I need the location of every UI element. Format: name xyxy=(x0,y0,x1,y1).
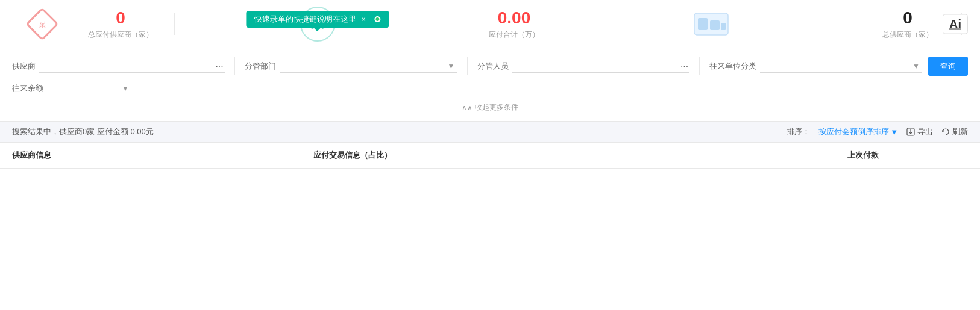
svg-rect-7 xyxy=(721,23,726,30)
balance-select-wrap: ▼ xyxy=(47,82,131,95)
department-label: 分管部门 xyxy=(245,61,276,72)
results-info: 搜索结果中，供应商0家 应付金额 0.00元 xyxy=(12,126,154,137)
right-icon xyxy=(693,12,729,36)
tooltip-popup: 快速录单的快捷键说明在这里 × xyxy=(246,11,389,28)
payable-total-label: 应付合计（万） xyxy=(489,29,539,40)
results-actions: 排序： 按应付会额倒序排序 ▼ 导出 刷新 xyxy=(787,126,968,137)
export-label: 导出 xyxy=(917,126,933,137)
person-input[interactable] xyxy=(512,60,690,73)
svg-rect-6 xyxy=(710,20,720,30)
table-body xyxy=(0,169,980,310)
filter-row-2: 往来余额 ▼ xyxy=(12,82,968,95)
filter-department: 分管部门 ▼ xyxy=(245,60,457,73)
person-input-wrap: ··· xyxy=(512,60,690,73)
filter-unit-class: 往来单位分类 ▼ xyxy=(709,60,922,73)
supplier-input-wrap: ··· xyxy=(39,60,225,73)
payable-suppliers-number: 0 xyxy=(116,8,125,28)
tooltip-dot xyxy=(374,16,380,22)
total-suppliers-number: 0 xyxy=(903,8,912,28)
sort-label: 排序： xyxy=(787,126,810,137)
unit-class-select-wrap: ▼ xyxy=(760,60,922,73)
filter-row-1: 供应商 ··· 分管部门 ▼ 分管人员 ··· xyxy=(12,57,968,76)
balance-select[interactable] xyxy=(47,82,131,95)
stats-bar: 采 0 总应付供应商（家） 米 快速录单的快捷键说明在这里 × 0.00 应付合… xyxy=(0,0,980,48)
department-select[interactable] xyxy=(280,60,457,73)
collapse-label: 收起更多条件 xyxy=(475,102,518,113)
filter-area: 供应商 ··· 分管部门 ▼ 分管人员 ··· xyxy=(0,48,980,122)
ai-badge[interactable]: Ai xyxy=(943,14,968,34)
supplier-label: 供应商 xyxy=(12,61,36,72)
results-bar: 搜索结果中，供应商0家 应付金额 0.00元 排序： 按应付会额倒序排序 ▼ 导… xyxy=(0,122,980,143)
total-suppliers-label: 总供应商（家） xyxy=(882,29,933,40)
refresh-icon xyxy=(941,128,950,136)
sort-chevron-icon: ▼ xyxy=(890,128,898,137)
right-icon-area xyxy=(568,12,853,36)
supplier-input[interactable] xyxy=(39,60,225,73)
export-icon xyxy=(906,128,915,136)
col-last-payment-header: 上次付款 xyxy=(847,150,968,161)
unit-class-label: 往来单位分类 xyxy=(709,61,756,72)
collapse-button[interactable]: ∧∧ 收起更多条件 xyxy=(462,102,518,113)
department-select-wrap: ▼ xyxy=(280,60,457,73)
divider-3 xyxy=(699,57,700,75)
balance-label: 往来余额 xyxy=(12,83,43,94)
sort-value: 按应付会额倒序排序 xyxy=(818,126,889,137)
person-label: 分管人员 xyxy=(477,61,509,72)
filter-person: 分管人员 ··· xyxy=(477,60,690,73)
table-header: 供应商信息 应付交易信息（占比） 上次付款 xyxy=(0,143,980,169)
tooltip-text: 快速录单的快捷键说明在这里 xyxy=(254,14,356,25)
filter-balance: 往来余额 ▼ xyxy=(12,82,145,95)
svg-rect-5 xyxy=(698,18,708,30)
query-button[interactable]: 查询 xyxy=(928,57,968,76)
svg-text:采: 采 xyxy=(39,20,46,28)
collapse-row: ∧∧ 收起更多条件 xyxy=(12,100,968,119)
stat-block-payable-suppliers: 0 总应付供应商（家） xyxy=(66,8,175,40)
export-button[interactable]: 导出 xyxy=(906,126,933,137)
person-dots-button[interactable]: ··· xyxy=(680,61,688,72)
refresh-label: 刷新 xyxy=(952,126,968,137)
refresh-button[interactable]: 刷新 xyxy=(941,126,968,137)
col-supplier-info-header: 供应商信息 xyxy=(12,150,313,161)
logo-block: 采 xyxy=(18,8,66,40)
tooltip-close-button[interactable]: × xyxy=(361,14,366,24)
sort-select-wrap[interactable]: 按应付会额倒序排序 ▼ xyxy=(818,126,898,137)
filter-supplier: 供应商 ··· xyxy=(12,60,225,73)
collapse-up-icon: ∧∧ xyxy=(462,104,473,112)
divider-2 xyxy=(467,57,468,75)
stat-block-payable-total: 0.00 应付合计（万） xyxy=(460,8,568,40)
col-payable-info-header: 应付交易信息（占比） xyxy=(313,150,847,161)
unit-class-select[interactable] xyxy=(760,60,922,73)
divider-1 xyxy=(234,57,235,75)
payable-total-number: 0.00 xyxy=(498,8,531,28)
payable-suppliers-label: 总应付供应商（家） xyxy=(88,29,153,40)
supplier-dots-button[interactable]: ··· xyxy=(215,61,223,72)
